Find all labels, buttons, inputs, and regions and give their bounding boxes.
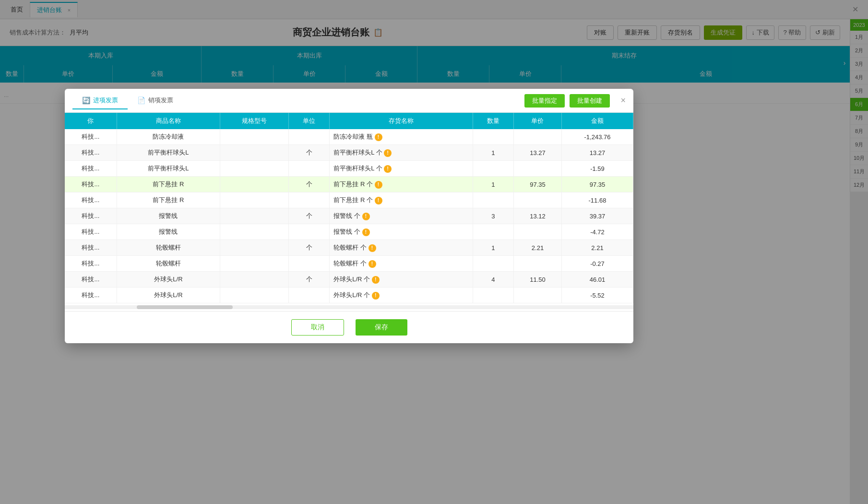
scrollbar-track[interactable] bbox=[65, 305, 633, 309]
cell-unit bbox=[288, 192, 330, 208]
cell-quantity bbox=[473, 256, 514, 272]
cell-inventory: 外球头L/R 个 ! bbox=[330, 272, 473, 288]
cell-product: 轮毂螺杆 bbox=[117, 240, 220, 256]
cell-company: 科技... bbox=[65, 240, 117, 256]
dialog-table: 你 商品名称 规格型号 单位 存货名称 数量 单价 金额 科技...防冻冷却液防… bbox=[65, 113, 633, 303]
cell-product: 报警线 bbox=[117, 224, 220, 240]
cell-unit-price bbox=[514, 161, 562, 177]
table-row: 科技...报警线个报警线 个 !313.1239.37 bbox=[65, 208, 633, 224]
cell-amount: -1.59 bbox=[561, 161, 633, 177]
cell-inventory: 报警线 个 ! bbox=[330, 224, 473, 240]
warning-icon: ! bbox=[375, 197, 382, 204]
warning-icon: ! bbox=[384, 149, 392, 157]
cell-spec bbox=[220, 177, 289, 192]
cell-unit-price bbox=[514, 288, 562, 303]
cell-inventory: 防冻冷却液 瓶 ! bbox=[330, 129, 473, 145]
warning-icon: ! bbox=[362, 213, 370, 220]
cell-amount: -0.27 bbox=[561, 256, 633, 272]
warning-icon: ! bbox=[369, 244, 376, 252]
cell-quantity bbox=[473, 224, 514, 240]
batch-assign-button[interactable]: 批量指定 bbox=[524, 94, 565, 108]
cell-product: 前下悬挂 R bbox=[117, 192, 220, 208]
scrollbar-thumb[interactable] bbox=[137, 305, 233, 309]
batch-create-button[interactable]: 批量创建 bbox=[570, 94, 610, 108]
sales-tab-label: 销项发票 bbox=[148, 96, 173, 105]
cell-unit bbox=[288, 224, 330, 240]
cell-inventory: 前下悬挂 R 个 ! bbox=[330, 177, 473, 192]
cell-company: 科技... bbox=[65, 208, 117, 224]
table-row: 科技...外球头L/R外球头L/R 个 !-5.52 bbox=[65, 288, 633, 303]
th-spec: 规格型号 bbox=[220, 113, 289, 129]
cell-unit bbox=[288, 129, 330, 145]
warning-icon: ! bbox=[362, 228, 370, 236]
cell-company: 科技... bbox=[65, 145, 117, 161]
cell-quantity: 3 bbox=[473, 208, 514, 224]
cell-company: 科技... bbox=[65, 272, 117, 288]
cell-amount: -1,243.76 bbox=[561, 129, 633, 145]
cell-spec bbox=[220, 256, 289, 272]
purchase-tab-label: 进项发票 bbox=[93, 96, 118, 105]
cell-product: 前平衡杆球头L bbox=[117, 161, 220, 177]
cell-inventory: 前平衡杆球头L 个 ! bbox=[330, 145, 473, 161]
save-button[interactable]: 保存 bbox=[356, 319, 407, 336]
table-row: 科技...前下悬挂 R个前下悬挂 R 个 !197.3597.35 bbox=[65, 177, 633, 192]
th-company: 你 bbox=[65, 113, 117, 129]
tab-sales-invoice[interactable]: 📄 销项发票 bbox=[128, 92, 183, 109]
cell-unit: 个 bbox=[288, 177, 330, 192]
cell-amount: -11.68 bbox=[561, 192, 633, 208]
sales-tab-icon: 📄 bbox=[137, 96, 145, 104]
cell-amount: 39.37 bbox=[561, 208, 633, 224]
cell-product: 前平衡杆球头L bbox=[117, 145, 220, 161]
cell-quantity bbox=[473, 161, 514, 177]
cell-unit bbox=[288, 288, 330, 303]
dialog-table-header-row: 你 商品名称 规格型号 单位 存货名称 数量 单价 金额 bbox=[65, 113, 633, 129]
warning-icon: ! bbox=[372, 276, 380, 284]
cell-unit: 个 bbox=[288, 272, 330, 288]
warning-icon: ! bbox=[369, 260, 376, 268]
th-inventory-name: 存货名称 bbox=[330, 113, 473, 129]
cell-quantity: 4 bbox=[473, 272, 514, 288]
cell-company: 科技... bbox=[65, 161, 117, 177]
dialog: 🔄 进项发票 📄 销项发票 批量指定 批量创建 × 你 商品名称 规格型号 单位 bbox=[65, 89, 633, 343]
table-row: 科技...轮毂螺杆个轮毂螺杆 个 !12.212.21 bbox=[65, 240, 633, 256]
cell-amount: 2.21 bbox=[561, 240, 633, 256]
cell-product: 报警线 bbox=[117, 208, 220, 224]
cell-spec bbox=[220, 272, 289, 288]
dialog-table-body: 科技...防冻冷却液防冻冷却液 瓶 !-1,243.76科技...前平衡杆球头L… bbox=[65, 129, 633, 303]
cell-spec bbox=[220, 161, 289, 177]
cell-inventory: 轮毂螺杆 个 ! bbox=[330, 256, 473, 272]
cell-product: 外球头L/R bbox=[117, 272, 220, 288]
cell-amount: 13.27 bbox=[561, 145, 633, 161]
th-unit: 单位 bbox=[288, 113, 330, 129]
th-amount: 金额 bbox=[561, 113, 633, 129]
dialog-close-button[interactable]: × bbox=[620, 96, 626, 106]
cell-quantity bbox=[473, 129, 514, 145]
warning-icon: ! bbox=[372, 292, 380, 300]
cell-unit: 个 bbox=[288, 240, 330, 256]
dialog-body[interactable]: 你 商品名称 规格型号 单位 存货名称 数量 单价 金额 科技...防冻冷却液防… bbox=[65, 113, 633, 311]
cell-unit-price: 13.12 bbox=[514, 208, 562, 224]
cell-unit-price: 2.21 bbox=[514, 240, 562, 256]
cell-company: 科技... bbox=[65, 224, 117, 240]
cell-spec bbox=[220, 129, 289, 145]
cell-unit-price bbox=[514, 129, 562, 145]
cell-company: 科技... bbox=[65, 192, 117, 208]
cell-amount: -4.72 bbox=[561, 224, 633, 240]
cell-product: 前下悬挂 R bbox=[117, 177, 220, 192]
cell-quantity: 1 bbox=[473, 177, 514, 192]
cell-company: 科技... bbox=[65, 129, 117, 145]
cancel-button[interactable]: 取消 bbox=[291, 319, 344, 336]
cell-unit bbox=[288, 256, 330, 272]
cell-spec bbox=[220, 240, 289, 256]
cell-quantity bbox=[473, 288, 514, 303]
table-row: 科技...防冻冷却液防冻冷却液 瓶 !-1,243.76 bbox=[65, 129, 633, 145]
cell-product: 轮毂螺杆 bbox=[117, 256, 220, 272]
table-row: 科技...前下悬挂 R前下悬挂 R 个 !-11.68 bbox=[65, 192, 633, 208]
dialog-footer: 取消 保存 bbox=[65, 311, 633, 343]
cell-amount: 97.35 bbox=[561, 177, 633, 192]
tab-purchase-invoice[interactable]: 🔄 进项发票 bbox=[72, 92, 128, 109]
cell-inventory: 前平衡杆球头L 个 ! bbox=[330, 161, 473, 177]
purchase-tab-icon: 🔄 bbox=[82, 96, 90, 104]
cell-amount: -5.52 bbox=[561, 288, 633, 303]
warning-icon: ! bbox=[375, 133, 382, 141]
